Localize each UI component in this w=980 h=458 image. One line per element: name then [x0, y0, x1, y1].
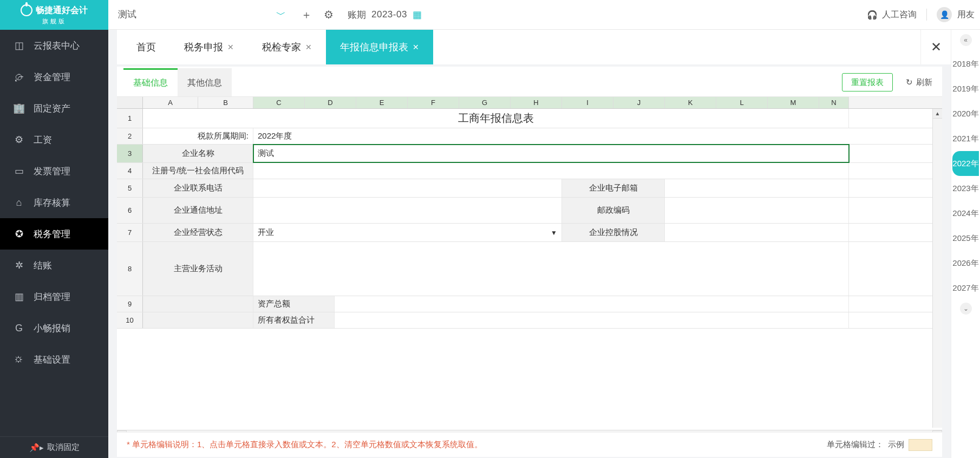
support-link[interactable]: 🎧 人工咨询: [867, 9, 917, 21]
postcode-value[interactable]: [665, 198, 849, 223]
year-2024年[interactable]: 2024年: [952, 201, 978, 226]
year-2023年[interactable]: 2023年: [952, 176, 978, 201]
col-header-N[interactable]: N: [819, 97, 849, 108]
close-icon[interactable]: ✕: [227, 43, 234, 51]
sidebar-icon: [13, 197, 25, 208]
col-header-M[interactable]: M: [768, 97, 819, 108]
col-header-G[interactable]: G: [459, 97, 511, 108]
sidebar-item-8[interactable]: 归档管理: [0, 281, 108, 312]
sidebar-item-0[interactable]: 云报表中心: [0, 30, 108, 61]
row-header-5[interactable]: 5: [117, 179, 143, 197]
sidebar-item-9[interactable]: 小畅报销: [0, 312, 108, 344]
sidebar-item-label: 发票管理: [34, 165, 70, 178]
rail-scroll-down-icon[interactable]: ⌄: [960, 303, 972, 315]
row-header-2[interactable]: 2: [117, 128, 143, 144]
col-header-E[interactable]: E: [356, 97, 408, 108]
col-header-C[interactable]: C: [253, 97, 305, 108]
year-2021年[interactable]: 2021年: [952, 126, 978, 151]
owner-equity-label: 所有者权益合计: [253, 312, 335, 328]
sidebar-item-label: 税务管理: [34, 228, 70, 240]
sidebar-item-10[interactable]: 基础设置: [0, 344, 108, 375]
settings-icon[interactable]: ⚙: [324, 8, 334, 21]
vertical-scrollbar[interactable]: ▲: [932, 109, 942, 428]
col-header-D[interactable]: D: [305, 97, 356, 108]
rail-collapse-icon[interactable]: «: [960, 34, 972, 46]
sidebar-item-5[interactable]: 库存核算: [0, 187, 108, 218]
year-2019年[interactable]: 2019年: [952, 76, 978, 101]
select-all-corner[interactable]: [117, 97, 143, 108]
col-header-H[interactable]: H: [511, 97, 562, 108]
owner-equity-value[interactable]: [335, 312, 849, 328]
add-button[interactable]: ＋: [301, 8, 312, 22]
col-header-L[interactable]: L: [716, 97, 768, 108]
col-header-K[interactable]: K: [665, 97, 716, 108]
year-2020年[interactable]: 2020年: [952, 101, 978, 126]
sidebar-item-2[interactable]: 固定资产: [0, 93, 108, 124]
sidebar-icon: [13, 259, 25, 271]
page-tab-0[interactable]: 首页: [122, 30, 170, 64]
reg-code-value[interactable]: [253, 163, 849, 179]
avatar[interactable]: 👤: [937, 7, 952, 22]
company-name-value[interactable]: 测试: [253, 145, 849, 162]
report-title: 工商年报信息表: [143, 109, 849, 128]
row-header-8[interactable]: 8: [117, 242, 143, 296]
period-label: 账期: [348, 9, 366, 21]
year-2022年[interactable]: 2022年: [952, 151, 978, 176]
refresh-button[interactable]: ↻ 刷新: [906, 77, 932, 88]
email-value[interactable]: [665, 179, 849, 197]
year-2027年[interactable]: 2027年: [952, 276, 978, 300]
sidebar-item-6[interactable]: 税务管理: [0, 218, 108, 250]
col-header-I[interactable]: I: [562, 97, 613, 108]
col-header-A[interactable]: A: [143, 97, 198, 108]
period-selector[interactable]: 账期 2023-03 ▦: [348, 9, 422, 21]
period-owned-value[interactable]: 2022年度: [253, 128, 849, 144]
calendar-icon: ▦: [413, 9, 422, 21]
row-header-3[interactable]: 3: [117, 145, 143, 162]
row-9: 9 资产总额: [117, 296, 942, 312]
unpin-button[interactable]: 📌▸ 取消固定: [0, 436, 108, 458]
total-assets-value[interactable]: [335, 296, 849, 312]
username[interactable]: 用友: [957, 9, 975, 21]
sidebar-icon: [13, 165, 25, 177]
phone-value[interactable]: [253, 179, 562, 197]
close-all-tabs-button[interactable]: ✕: [920, 30, 951, 64]
page-tab-1[interactable]: 税务申报✕: [170, 30, 248, 64]
sidebar-item-7[interactable]: 结账: [0, 250, 108, 281]
year-2026年[interactable]: 2026年: [952, 251, 978, 276]
postcode-label: 邮政编码: [562, 198, 665, 223]
sidebar-item-4[interactable]: 发票管理: [0, 155, 108, 187]
sheet-tab-0[interactable]: 基础信息: [123, 68, 178, 96]
biz-status-select[interactable]: 开业▼: [253, 224, 562, 241]
row-header-10[interactable]: 10: [117, 312, 143, 328]
address-label: 企业通信地址: [143, 198, 253, 223]
holding-value[interactable]: [665, 224, 849, 241]
footer-note: * 单元格编辑说明：1、点击单元格直接录入数值或文本。2、清空单元格数值或文本恢…: [117, 432, 942, 457]
report-panel: 基础信息其他信息 重置报表 ↻ 刷新 ABCDEFGHIJKLMN 1工商年报信…: [117, 67, 942, 457]
close-icon[interactable]: ✕: [305, 43, 312, 51]
sidebar: 云报表中心资金管理固定资产工资发票管理库存核算税务管理结账归档管理小畅报销基础设…: [0, 30, 108, 458]
sheet-tab-1[interactable]: 其他信息: [178, 68, 232, 96]
col-header-F[interactable]: F: [408, 97, 459, 108]
row-header-1[interactable]: 1: [117, 109, 143, 128]
sidebar-item-3[interactable]: 工资: [0, 124, 108, 155]
year-2018年[interactable]: 2018年: [952, 51, 978, 76]
sidebar-item-label: 工资: [34, 134, 52, 146]
period-value: 2023-03: [371, 9, 407, 20]
row-header-6[interactable]: 6: [117, 198, 143, 223]
scroll-up-icon[interactable]: ▲: [933, 109, 942, 119]
address-value[interactable]: [253, 198, 562, 223]
row-header-9[interactable]: 9: [117, 296, 143, 312]
page-tab-2[interactable]: 税检专家✕: [248, 30, 326, 64]
close-icon[interactable]: ✕: [413, 43, 419, 51]
row-header-7[interactable]: 7: [117, 224, 143, 241]
year-2025年[interactable]: 2025年: [952, 226, 978, 251]
row-1: 1工商年报信息表: [117, 109, 942, 128]
col-header-J[interactable]: J: [613, 97, 665, 108]
main-activity-value[interactable]: [253, 242, 849, 296]
reset-report-button[interactable]: 重置报表: [842, 73, 893, 91]
row-header-4[interactable]: 4: [117, 163, 143, 179]
org-selector[interactable]: 测试 ﹀: [118, 5, 286, 24]
col-header-B[interactable]: B: [198, 97, 253, 108]
sidebar-item-1[interactable]: 资金管理: [0, 61, 108, 93]
page-tab-3[interactable]: 年报信息申报表✕: [326, 30, 433, 64]
